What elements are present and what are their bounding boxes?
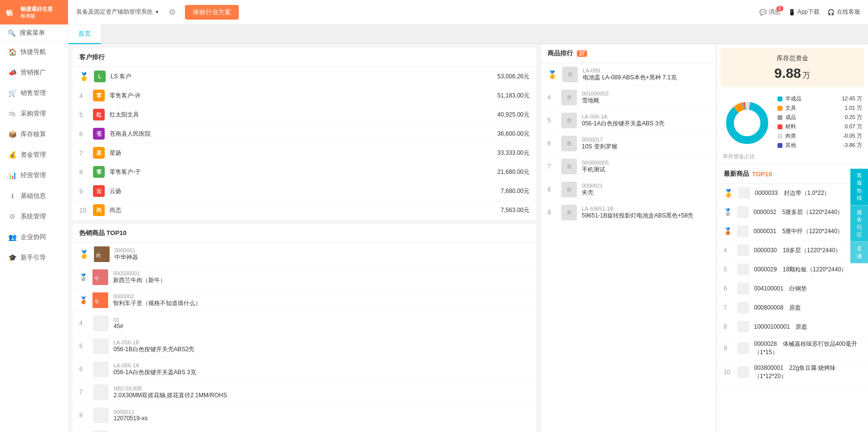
sidebar-item-label: 采购管理 bbox=[21, 109, 46, 118]
rank-num-8: 10 bbox=[79, 207, 88, 214]
legend-item-5: 肉类 -0.05 万 bbox=[777, 132, 862, 140]
legend-item-4: 材料 0.07 万 bbox=[777, 123, 862, 130]
sidebar-item-marketing[interactable]: 📣 营销推广 bbox=[0, 62, 68, 83]
sidebar-item-guide[interactable]: 🎓 新手引导 bbox=[0, 247, 68, 268]
float-btn-live[interactable]: 直播 bbox=[850, 242, 868, 264]
hot-img-6 bbox=[93, 361, 109, 377]
latest-top10-label: TOP10 bbox=[752, 170, 772, 178]
rank-num-7: 9 bbox=[79, 188, 88, 195]
customer-avatar-4: 苍 bbox=[93, 128, 105, 140]
latest-item-2: 🥈 0000032 5厘多层（1220*2440） bbox=[717, 203, 868, 222]
hot-img-3: 车 bbox=[92, 292, 108, 308]
hot-medal-1: 🥇 bbox=[79, 250, 89, 259]
sidebar-item-label: 新手引导 bbox=[21, 253, 46, 262]
product-rank-6: 8 图 0000021 夹壳 bbox=[541, 178, 716, 201]
sidebar-item-label: 系统管理 bbox=[21, 212, 46, 221]
hot-item-7: 7 NB2.0X30B 2.0X30MM双搓花轴,搓花直径2.1MM/ROHS bbox=[72, 381, 536, 404]
latest-item-4: 4 0000030 18多层（1220*2440） bbox=[717, 241, 868, 260]
hot-products-list: 🥇 肉 0000001 中华神器 🥈 牛 bbox=[72, 243, 536, 432]
latest-item-6: 6 004100001 白钢垫 bbox=[717, 279, 868, 298]
sidebar-item-label: 基础信息 bbox=[21, 192, 46, 200]
sidebar-item-operations[interactable]: 📊 经营管理 bbox=[0, 165, 68, 186]
product-img-2: 图 bbox=[561, 90, 577, 105]
latest-img-1 bbox=[738, 187, 750, 199]
tab-home[interactable]: 首页 bbox=[69, 24, 101, 44]
customer-avatar-3: 红 bbox=[93, 109, 105, 120]
svg-text:牛: 牛 bbox=[94, 276, 99, 281]
inventory-legend: 半成品 12.45 万 文具 1.01 万 成品 0.25 万 bbox=[777, 95, 862, 151]
sidebar-item-purchase[interactable]: 🛍 采购管理 bbox=[0, 103, 68, 124]
settings-icon: ⚙ bbox=[8, 212, 17, 221]
hot-img-7 bbox=[93, 384, 109, 400]
app-download-button[interactable]: 📱 App下载 bbox=[788, 8, 820, 16]
search-icon: 🔍 bbox=[8, 29, 16, 37]
donut-container: 半成品 12.45 万 文具 1.01 万 成品 0.25 万 bbox=[723, 95, 862, 151]
sidebar-item-label: 销售管理 bbox=[21, 89, 46, 97]
product-img-3: 图 bbox=[561, 113, 577, 128]
product-rank-2: 4 图 001000002 雪地靴 bbox=[541, 86, 716, 109]
rank-item-8: 10 尚 尚态 7,563.00元 bbox=[72, 201, 536, 220]
sidebar-item-quicknav[interactable]: 🏠 快捷导航 bbox=[0, 42, 68, 62]
rank-num-2: 4 bbox=[79, 92, 88, 99]
system-title-dropdown[interactable]: 装备及固定资产辅助管理系统 ▼ bbox=[76, 8, 160, 16]
product-img-7: 图 bbox=[561, 205, 577, 220]
hot-info-5: LA-056-1B 056-1B白色按键开关壳ABS2壳 bbox=[114, 339, 529, 354]
product-info-1: LA-089 电池盖 LA-089 ABS本色+黑种 7.1克 bbox=[583, 68, 709, 82]
hot-products-section: 热销商品 TOP10 🥇 肉 0000001 中华神器 🥈 bbox=[72, 224, 536, 432]
chart-icon: 📊 bbox=[8, 171, 17, 180]
customer-ranking-list: 🥇 L LS 客户 53,006.26元 4 零 零售客户-许 51,183.0… bbox=[72, 67, 536, 220]
message-button[interactable]: 💬 消息 6 bbox=[759, 8, 780, 16]
hot-item-2: 🥈 牛 000500001 新西兰牛肉（新牛） bbox=[72, 266, 536, 289]
customer-ranking-header: 客户排行 bbox=[72, 48, 536, 67]
latest-products-list: 🥇 0000033 封边带（1.0*22） 🥈 0000032 5厘多层（122… bbox=[717, 184, 868, 384]
latest-img-7 bbox=[737, 302, 749, 313]
float-btn-community[interactable]: 服务社区 bbox=[850, 205, 868, 242]
hot-item-9: 9 KK-SD22110H 花语萌恒温分腿睡袋（厚款） bbox=[72, 427, 536, 432]
latest-info-1: 0000033 封边带（1.0*22） bbox=[755, 189, 861, 197]
sidebar: 畅 畅捷通好生意 标准版 🔍 搜索菜单 🏠 快捷导航 📣 营销推广 🛒 销售管理… bbox=[0, 0, 69, 432]
online-service-button[interactable]: 🎧 在线客服 bbox=[827, 8, 860, 16]
float-btn-hotline[interactable]: 客服热线 bbox=[850, 169, 868, 206]
customer-name-2: 零售客户-许 bbox=[110, 92, 493, 100]
rank-item-7: 9 云 云扬 7,680.00元 bbox=[72, 182, 536, 201]
latest-info-2: 0000032 5厘多层（1220*2440） bbox=[754, 208, 861, 216]
latest-products-title: 最新商品 bbox=[724, 169, 749, 178]
hot-info-2: 000500001 新西兰牛肉（新牛） bbox=[113, 270, 529, 285]
customer-name-4: 苍南县人民医院 bbox=[110, 130, 493, 138]
sidebar-item-collab[interactable]: 👥 企业协同 bbox=[0, 227, 68, 247]
settings-button[interactable]: ⚙ bbox=[165, 5, 179, 19]
latest-info-9: 0000028 体械嘉枝味苏打饮品400毫升（1*15） bbox=[754, 340, 861, 357]
inventory-label: 库存总资金 bbox=[727, 54, 858, 63]
hot-img-1: 肉 bbox=[94, 246, 110, 262]
hot-info-6: LA-056-1A 056-1A白色按键开关盖ABS 3克 bbox=[114, 362, 529, 377]
hot-info-7: NB2.0X30B 2.0X30MM双搓花轴,搓花直径2.1MM/ROHS bbox=[114, 385, 529, 400]
rank-item-1: 🥇 L LS 客户 53,006.26元 bbox=[72, 67, 536, 86]
customer-avatar-7: 云 bbox=[93, 185, 105, 197]
customer-name-5: 星扬 bbox=[110, 149, 493, 157]
product-rank-3: 5 图 LA-056-1A 056-1A白色按键开关盖ABS 3壳 bbox=[541, 109, 716, 132]
customer-name-8: 尚态 bbox=[110, 206, 496, 215]
online-service-label: 在线客服 bbox=[837, 8, 860, 16]
panel-mid: 商品排行 27 🥇 图 LA-089 电池盖 LA-089 ABS本色+黑种 7… bbox=[540, 44, 716, 432]
product-ranking-list: 🥇 图 LA-089 电池盖 LA-089 ABS本色+黑种 7.1克 4 图 bbox=[541, 63, 716, 224]
search-menu[interactable]: 🔍 搜索菜单 bbox=[0, 24, 68, 42]
hot-item-4: 4 01 45# bbox=[72, 312, 536, 335]
sidebar-item-basic-info[interactable]: ℹ 基础信息 bbox=[0, 186, 68, 206]
trial-button[interactable]: 体验行业方案 bbox=[185, 5, 239, 20]
rank-item-3: 5 红 红太阳文具 40,925.00元 bbox=[72, 105, 536, 124]
hot-item-8: 8 0000011 12070519-xs bbox=[72, 404, 536, 427]
customer-amount-3: 40,925.00元 bbox=[498, 111, 529, 119]
product-info-2: 001000002 雪地靴 bbox=[582, 91, 709, 105]
product-medal-1: 🥇 bbox=[548, 70, 557, 79]
sidebar-item-sales[interactable]: 🛒 销售管理 bbox=[0, 83, 68, 103]
latest-img-10 bbox=[737, 366, 749, 378]
customer-name-1: LS 客户 bbox=[111, 72, 493, 81]
legend-dot-4 bbox=[777, 124, 782, 129]
topbar-actions: 💬 消息 6 📱 App下载 🎧 在线客服 bbox=[759, 8, 860, 16]
search-label: 搜索菜单 bbox=[20, 28, 45, 37]
sidebar-item-finance[interactable]: 💰 资金管理 bbox=[0, 144, 68, 165]
headset-icon: 🎧 bbox=[827, 9, 835, 16]
sidebar-item-inventory[interactable]: 📦 库存核算 bbox=[0, 124, 68, 144]
product-rank-5: 7 图 000800005 手机测试 bbox=[541, 155, 716, 178]
sidebar-item-system[interactable]: ⚙ 系统管理 bbox=[0, 206, 68, 227]
